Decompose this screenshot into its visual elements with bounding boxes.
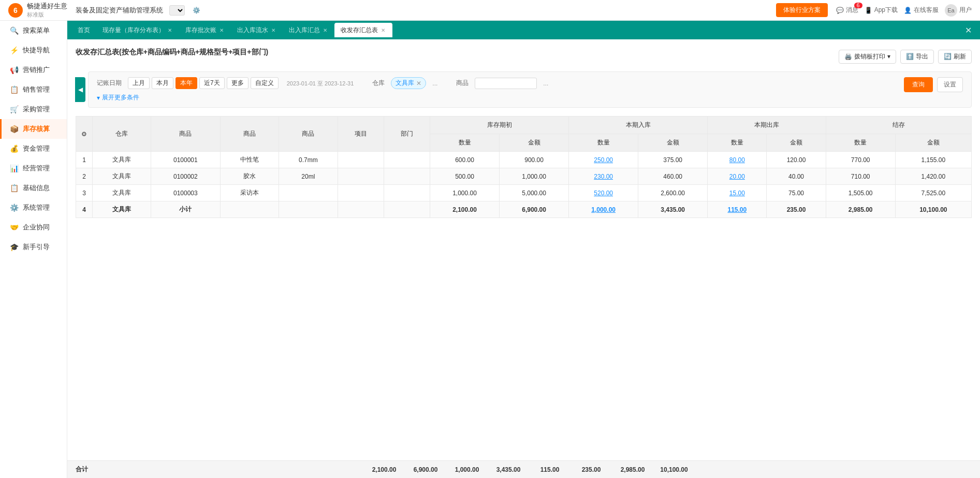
tab-close-icon[interactable]: ✕: [322, 26, 328, 34]
system-select[interactable]: [169, 5, 185, 16]
tab-inventory-dist[interactable]: 现存量（库存分布表） ✕: [96, 23, 179, 37]
tab-close-icon[interactable]: ✕: [167, 26, 173, 34]
date-btn-cur-month[interactable]: 本月: [152, 77, 173, 89]
row-bal-amt: 7,525.00: [895, 185, 971, 201]
col-init-th: 库存期初: [430, 117, 569, 134]
footer-in-amt: 3,435.00: [488, 466, 529, 473]
row-out-qty[interactable]: 15.00: [708, 185, 767, 201]
row-project: [338, 185, 384, 201]
sidebar-item-purchase[interactable]: 🛒 采购管理: [0, 99, 67, 119]
row-out-qty[interactable]: 20.00: [708, 168, 767, 185]
sidebar-item-collab[interactable]: 🤝 企业协同: [0, 218, 67, 237]
message-icon-item[interactable]: 💬 消息 6: [836, 6, 858, 15]
subtotal-out-qty[interactable]: 115.00: [708, 201, 767, 218]
col-bal-th: 结存: [826, 117, 971, 134]
sidebar-item-search[interactable]: 🔍 搜索菜单: [0, 21, 67, 40]
tab-label: 库存批次账: [185, 26, 216, 35]
online-service-item[interactable]: 👤 在线客服: [904, 6, 939, 15]
tab-close-icon[interactable]: ✕: [218, 26, 225, 34]
row-init-qty: 500.00: [430, 168, 500, 185]
sidebar-item-label: 经营管理: [23, 164, 50, 173]
filter-settings-button[interactable]: 设置: [937, 77, 963, 92]
sidebar-item-inventory[interactable]: 📦 库存核算: [0, 119, 67, 139]
sidebar-item-label: 资金管理: [23, 144, 50, 153]
avatar: Ea: [945, 4, 957, 17]
trial-button[interactable]: 体验行业方案: [776, 3, 828, 17]
col-init-qty-th: 数量: [430, 134, 500, 152]
date-btn-cur-year[interactable]: 本年: [175, 77, 197, 89]
sidebar-item-label: 系统管理: [23, 203, 50, 212]
footer-init-amt: 6,900.00: [405, 466, 446, 473]
warehouse-more-btn[interactable]: ...: [432, 80, 437, 87]
tab-close-icon[interactable]: ✕: [270, 26, 276, 34]
export-button[interactable]: ⬆️ 导出: [900, 50, 934, 64]
footer-spacer5: [270, 466, 301, 473]
sidebar-item-quicknav[interactable]: ⚡ 快捷导航: [0, 40, 67, 60]
sidebar-item-operation[interactable]: 📊 经营管理: [0, 158, 67, 178]
date-btn-7days[interactable]: 近7天: [199, 77, 225, 89]
row-out-amt: 120.00: [767, 152, 826, 168]
col-warehouse-th: 仓库: [93, 117, 151, 152]
warehouse-tag[interactable]: 文具库 ✕: [391, 77, 426, 89]
goods-more-btn[interactable]: ...: [543, 80, 548, 87]
sidebar-item-basic[interactable]: 📋 基础信息: [0, 178, 67, 198]
date-btn-custom[interactable]: 自定义: [251, 77, 279, 89]
col-settings-icon[interactable]: ⚙: [81, 131, 87, 138]
row-in-qty[interactable]: 230.00: [569, 168, 638, 185]
footer-out-amt: 235.00: [571, 466, 612, 473]
expand-more-btn[interactable]: ▾ 展开更多条件: [97, 93, 963, 102]
row-in-amt: 375.00: [638, 152, 708, 168]
sidebar-item-sales[interactable]: 📋 销售管理: [0, 80, 67, 99]
sidebar-item-guide[interactable]: 🎓 新手引导: [0, 237, 67, 257]
subtotal-init-qty: 2,100.00: [430, 201, 500, 218]
warehouse-tag-close[interactable]: ✕: [416, 80, 421, 87]
row-in-qty[interactable]: 250.00: [569, 152, 638, 168]
user-label: 用户: [959, 6, 972, 15]
tab-summary[interactable]: 出入库汇总 ✕: [283, 23, 334, 37]
print-button[interactable]: 🖨️ 拨销板打印 ▾: [839, 50, 896, 64]
tab-home[interactable]: 首页: [71, 23, 96, 37]
date-btn-more[interactable]: 更多: [227, 77, 248, 89]
col-bal-amt-th: 金额: [895, 134, 971, 152]
query-button[interactable]: 查询: [904, 77, 933, 92]
app-download-item[interactable]: 📱 App下载: [865, 6, 898, 15]
table-row: 2 文具库 0100002 胶水 20ml 500.00 1,000.00 23…: [76, 168, 972, 185]
sidebar-item-label: 快捷导航: [23, 46, 50, 55]
system-icon: ⚙️: [10, 204, 19, 212]
sidebar-item-label: 库存核算: [23, 124, 50, 134]
row-no: 1: [76, 152, 93, 168]
tab-flow[interactable]: 出入库流水 ✕: [231, 23, 283, 37]
subtotal-empty3: [338, 201, 384, 218]
row-no: 3: [76, 185, 93, 201]
row-in-qty[interactable]: 520.00: [569, 185, 638, 201]
user-item[interactable]: Ea 用户: [945, 4, 972, 17]
search-icon: 🔍: [10, 26, 19, 35]
settings-gear-icon[interactable]: ⚙️: [189, 7, 203, 14]
subtotal-row: 4 文具库 小计 2,100.00 6,900.00 1,000.00 3,43…: [76, 201, 972, 218]
col-name-th: 商品: [220, 117, 279, 152]
sidebar-item-system[interactable]: ⚙️ 系统管理: [0, 198, 67, 218]
subtotal-no: 4: [76, 201, 93, 218]
row-init-qty: 1,000.00: [430, 185, 500, 201]
guide-icon: 🎓: [10, 243, 19, 251]
subtotal-in-qty[interactable]: 1,000.00: [569, 201, 638, 218]
row-out-qty[interactable]: 80.00: [708, 152, 767, 168]
col-settings-th[interactable]: ⚙: [76, 117, 93, 152]
collapse-arrow[interactable]: ◀: [75, 77, 85, 102]
goods-input[interactable]: [475, 78, 537, 89]
date-btn-prev-month[interactable]: 上月: [128, 77, 150, 89]
close-all-tabs[interactable]: ✕: [961, 25, 976, 35]
data-table: ⚙ 仓库 商品 商品 商品 项目 部门 库存期初 本期入库 本期出库 结存: [76, 116, 972, 218]
tab-close-icon[interactable]: ✕: [380, 26, 386, 34]
row-dept: [384, 168, 430, 185]
app-info: 畅捷通好生意 标准版: [27, 2, 67, 19]
sidebar-item-finance[interactable]: 💰 资金管理: [0, 139, 67, 158]
col-in-qty-th: 数量: [569, 134, 638, 152]
refresh-button[interactable]: 🔄 刷新: [938, 50, 972, 64]
row-init-amt: 900.00: [500, 152, 569, 168]
tab-receive-summary[interactable]: 收发存汇总表 ✕: [334, 23, 392, 37]
tab-batch[interactable]: 库存批次账 ✕: [179, 23, 231, 37]
basic-icon: 📋: [10, 184, 19, 192]
date-label: 记账日期: [97, 79, 122, 88]
sidebar-item-marketing[interactable]: 📢 营销推广: [0, 60, 67, 80]
